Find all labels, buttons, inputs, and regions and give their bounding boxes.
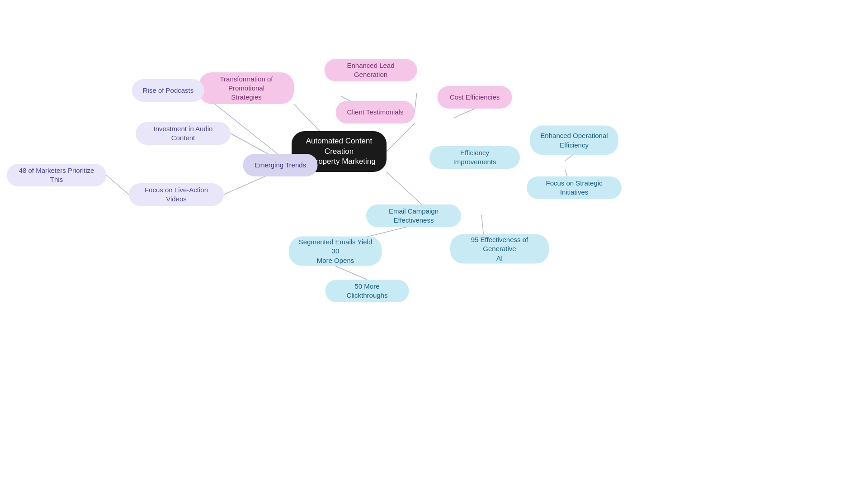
transformation-promotional-node[interactable]: Transformation of Promotional Strategies	[199, 72, 294, 104]
fifty-more-clickthroughs-node[interactable]: 50 More Clickthroughs	[326, 280, 409, 302]
svg-line-1	[415, 93, 417, 112]
focus-strategic-initiatives-label: Focus on Strategic Initiatives	[536, 179, 613, 197]
svg-line-10	[335, 266, 367, 280]
svg-line-0	[387, 124, 415, 152]
rise-of-podcasts-label: Rise of Podcasts	[143, 86, 194, 95]
svg-line-11	[481, 215, 484, 237]
rise-of-podcasts-node[interactable]: Rise of Podcasts	[132, 79, 204, 102]
segmented-emails-node[interactable]: Segmented Emails Yield 30 More Opens	[289, 237, 382, 266]
fifty-more-clickthroughs-label: 50 More Clickthroughs	[335, 282, 400, 300]
investment-audio-content-node[interactable]: Investment in Audio Content	[136, 122, 231, 145]
transformation-promotional-label: Transformation of Promotional Strategies	[208, 75, 285, 102]
investment-audio-content-label: Investment in Audio Content	[145, 124, 222, 143]
efficiency-improvements-label: Efficiency Improvements	[439, 148, 511, 167]
svg-line-16	[106, 175, 129, 195]
emerging-trends-label: Emerging Trends	[255, 161, 306, 170]
efficiency-improvements-node[interactable]: Efficiency Improvements	[429, 146, 520, 169]
marketers-prioritize-node[interactable]: 48 of Marketers Prioritize This	[7, 164, 106, 186]
enhanced-operational-efficiency-label: Enhanced Operational Efficiency	[540, 131, 608, 150]
enhanced-lead-generation-node[interactable]: Enhanced Lead Generation	[325, 59, 417, 81]
focus-live-action-videos-label: Focus on Live-Action Videos	[138, 186, 215, 204]
email-campaign-effectiveness-node[interactable]: Email Campaign Effectiveness	[366, 205, 461, 227]
svg-line-2	[454, 109, 475, 118]
marketers-prioritize-label: 48 of Marketers Prioritize This	[16, 166, 97, 185]
enhanced-lead-generation-label: Enhanced Lead Generation	[334, 61, 408, 80]
cost-efficiencies-label: Cost Efficiencies	[450, 93, 500, 102]
focus-live-action-videos-node[interactable]: Focus on Live-Action Videos	[129, 183, 224, 206]
enhanced-operational-efficiency-node[interactable]: Enhanced Operational Efficiency	[530, 126, 618, 155]
client-testimonials-label: Client Testimonials	[347, 108, 404, 117]
email-campaign-effectiveness-label: Email Campaign Effectiveness	[375, 207, 452, 225]
effectiveness-generative-ai-node[interactable]: 95 Effectiveness of Generative AI	[450, 234, 549, 264]
client-testimonials-node[interactable]: Client Testimonials	[336, 101, 415, 124]
emerging-trends-node[interactable]: Emerging Trends	[243, 154, 318, 176]
segmented-emails-label: Segmented Emails Yield 30 More Opens	[298, 238, 373, 265]
cost-efficiencies-node[interactable]: Cost Efficiencies	[438, 86, 512, 109]
effectiveness-generative-ai-label: 95 Effectiveness of Generative AI	[459, 235, 540, 263]
focus-strategic-initiatives-node[interactable]: Focus on Strategic Initiatives	[527, 176, 622, 199]
